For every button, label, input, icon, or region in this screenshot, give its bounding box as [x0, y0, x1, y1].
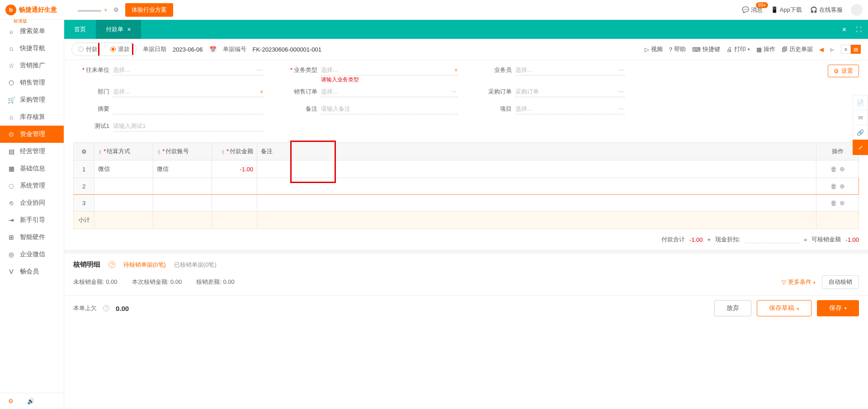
sidebar-item[interactable]: ⎋企业协同 [0, 194, 64, 212]
sidebar-item[interactable]: ⬡销售管理 [0, 74, 64, 91]
recon-tab-pending[interactable]: 待核销单据(0笔) [123, 261, 166, 269]
cell-amount[interactable] [212, 195, 257, 212]
purchase-order-more-icon[interactable]: ⋯ [618, 88, 625, 95]
col-settle[interactable]: ▲▼结算方式 [94, 143, 153, 160]
project-input[interactable] [515, 103, 618, 114]
try-industry-button[interactable]: 体验行业方案 [125, 3, 173, 17]
tabs-close-all[interactable]: ✕ [838, 24, 850, 35]
biztype-input[interactable] [321, 65, 453, 75]
tabs-expand[interactable]: ⛶ [853, 24, 864, 35]
sidebar-item[interactable]: V畅会员 [0, 263, 64, 280]
radio-refund[interactable]: 退款 [104, 43, 136, 56]
col-remark[interactable]: 备注 [257, 143, 816, 160]
app-download-link[interactable]: 📱 App下载 [771, 6, 802, 14]
delete-row-icon[interactable]: 🗑 [830, 165, 837, 173]
next-doc-icon[interactable]: ▶ [830, 46, 835, 53]
project-more-icon[interactable]: ⋯ [618, 105, 625, 112]
col-amount[interactable]: ▲▼付款金额 [212, 143, 257, 160]
recon-help-icon[interactable]: ? [108, 261, 115, 268]
sales-order-input[interactable] [321, 86, 451, 97]
radio-pay[interactable]: 付款 [72, 43, 104, 56]
sidebar-item[interactable]: ⌕搜索菜单 [0, 23, 64, 40]
sidebar-item[interactable]: ▤经营管理 [0, 143, 64, 160]
settings-button[interactable]: ⚙设置 [828, 65, 859, 77]
rail-link-icon[interactable]: 🔗 [853, 125, 868, 140]
prev-doc-icon[interactable]: ◀ [819, 46, 824, 53]
rail-note-icon[interactable]: 📄 [853, 95, 868, 110]
delete-row-icon[interactable]: 🗑 [830, 199, 837, 207]
company-selector[interactable]: ▬▬▬▬ ∨ [78, 6, 107, 13]
cell-account[interactable]: 微信 [153, 160, 212, 178]
chevron-down-icon[interactable]: ∨ [260, 89, 263, 94]
sidebar-item[interactable]: ⌂快捷导航 [0, 40, 64, 57]
table-row[interactable]: 3🗑⊕ [74, 195, 859, 212]
gear-icon[interactable]: ⚙ [113, 6, 119, 13]
table-row[interactable]: 1微信微信-1.00🗑⊕ [74, 160, 859, 178]
partner-input[interactable] [113, 65, 256, 75]
save-button[interactable]: 保存▾ [817, 300, 859, 316]
sidebar-item[interactable]: ▦基础信息 [0, 160, 64, 177]
close-icon[interactable]: ✕ [127, 27, 131, 33]
calendar-icon[interactable]: 📅 [209, 46, 217, 53]
settings-icon[interactable]: ⚙ [8, 398, 14, 404]
purchase-order-input[interactable] [515, 86, 618, 97]
test-input[interactable] [113, 121, 263, 131]
remark-input[interactable] [321, 103, 458, 114]
online-service-link[interactable]: 🎧 在线客服 [810, 6, 843, 14]
dept-input[interactable] [113, 86, 258, 97]
user-avatar[interactable] [851, 4, 863, 16]
rail-expand-icon[interactable]: ⤢ [853, 140, 868, 155]
cell-amount[interactable]: -1.00 [212, 160, 257, 178]
sidebar-item[interactable]: 🛒采购管理 [0, 91, 64, 108]
discount-input[interactable] [745, 236, 799, 243]
sound-icon[interactable]: 🔊 [27, 398, 34, 404]
sidebar-item[interactable]: ⇥新手引导 [0, 212, 64, 229]
add-row-icon[interactable]: ⊕ [840, 183, 845, 190]
history-link[interactable]: 🗐历史单据 [782, 45, 813, 53]
cell-amount[interactable] [212, 178, 257, 195]
cell-remark[interactable] [257, 195, 816, 212]
sidebar-item[interactable]: ⊞智能硬件 [0, 229, 64, 246]
cell-account[interactable] [153, 195, 212, 212]
help-link[interactable]: ?帮助 [669, 45, 686, 53]
operator-input[interactable] [515, 65, 618, 75]
sidebar-item[interactable]: ◌系统管理 [0, 177, 64, 194]
cell-remark[interactable] [257, 160, 816, 178]
owe-help-icon[interactable]: ? [103, 305, 109, 311]
more-conditions-link[interactable]: ▽更多条件▴ [782, 278, 816, 286]
add-row-icon[interactable]: ⊕ [840, 199, 845, 207]
chevron-down-icon[interactable]: ∨ [454, 67, 458, 72]
cell-account[interactable] [153, 178, 212, 195]
view-form-button[interactable]: ▤ [851, 45, 861, 54]
video-link[interactable]: ▷视频 [645, 45, 663, 53]
table-row[interactable]: 2🗑⊕ [74, 178, 859, 195]
col-settings[interactable]: ⚙ [74, 143, 94, 160]
add-row-icon[interactable]: ⊕ [840, 165, 845, 173]
shortcut-link[interactable]: ⌨快捷键 [692, 45, 720, 53]
partner-more-icon[interactable]: ⋯ [256, 66, 263, 73]
cell-settle[interactable] [94, 195, 153, 212]
operator-more-icon[interactable]: ⋯ [618, 66, 625, 73]
print-link[interactable]: 🖨打印▾ [726, 45, 750, 53]
cell-remark[interactable] [257, 178, 816, 195]
messages-link[interactable]: 💬 消息 99+ [742, 6, 763, 14]
discard-button[interactable]: 放弃 [714, 300, 751, 316]
recon-tab-done[interactable]: 已核销单据(0笔) [174, 261, 217, 269]
sidebar-item[interactable]: ⊙资金管理 [0, 126, 64, 143]
col-account[interactable]: ▲▼付款账号 [153, 143, 212, 160]
auto-reconcile-button[interactable]: 自动核销 [822, 275, 859, 289]
summary-input[interactable] [113, 103, 263, 114]
cell-settle[interactable]: 微信 [94, 160, 153, 178]
cell-settle[interactable] [94, 178, 153, 195]
view-list-button[interactable]: ≡ [841, 45, 851, 54]
sidebar-item[interactable]: ☆营销推广 [0, 57, 64, 74]
rail-mail-icon[interactable]: ✉ [853, 110, 868, 125]
date-value[interactable]: 2023-06-06 [173, 46, 203, 53]
sidebar-item[interactable]: ◎企业微信 [0, 246, 64, 263]
sidebar-item[interactable]: ⌂库存核算 [0, 108, 64, 126]
tab[interactable]: 首页 [64, 20, 96, 39]
tab[interactable]: 付款单✕ [96, 20, 141, 39]
delete-row-icon[interactable]: 🗑 [830, 183, 837, 190]
save-draft-button[interactable]: 保存草稿▴ [757, 300, 811, 316]
sales-order-more-icon[interactable]: ⋯ [451, 88, 458, 95]
